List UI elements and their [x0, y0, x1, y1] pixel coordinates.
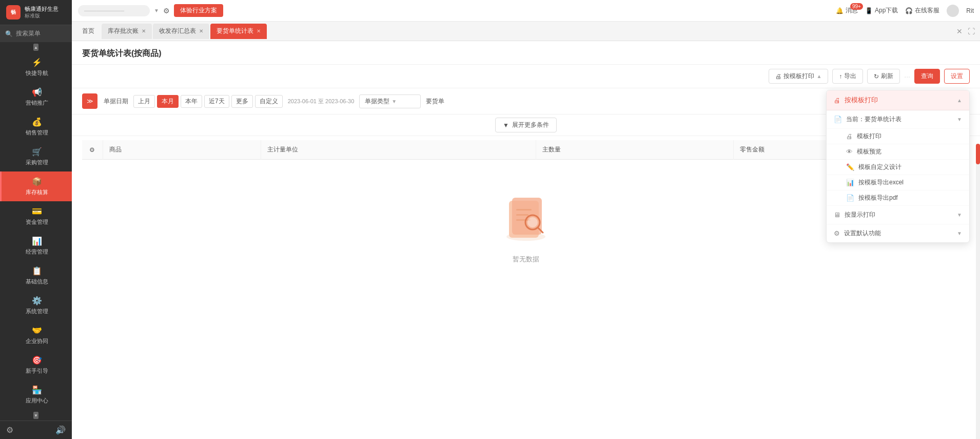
dropdown-template-custom[interactable]: ✏️ 模板自定义设计 — [827, 160, 969, 175]
basic-icon: 📋 — [32, 266, 42, 276]
close-window-icon[interactable]: ✕ — [955, 26, 964, 36]
collection-summary-close[interactable]: ✕ — [199, 28, 203, 34]
refresh-button[interactable]: ↻ 刷新 — [867, 69, 900, 84]
main-area: ────────── ▼ ⚙ 体验行业方案 🔔 消息 99+ 📱 App下载 🎧… — [72, 0, 980, 439]
date-range-display: 2023-06-01 至 2023-06-30 — [288, 98, 355, 105]
right-scrollbar[interactable] — [976, 144, 980, 439]
sidebar-item-purchase[interactable]: 🛒 采购管理 — [0, 142, 72, 171]
app-download-button[interactable]: 📱 App下载 — [865, 6, 898, 15]
display-print-item[interactable]: 🖥 按显示打印 ▼ — [827, 206, 969, 224]
inventory-batch-label: 库存批次账 — [108, 27, 139, 35]
sidebar-item-system[interactable]: ⚙️ 系统管理 — [0, 291, 72, 320]
trial-button[interactable]: 体验行业方案 — [174, 4, 223, 17]
template-custom-label: 模板自定义设计 — [858, 163, 901, 171]
collab-icon: 🤝 — [32, 326, 42, 335]
sidebar-item-guide[interactable]: 🎯 新手引导 — [0, 350, 72, 380]
sidebar-scroll-down[interactable]: ▼ — [33, 412, 38, 419]
display-print-arrow: ▼ — [957, 212, 962, 218]
type-filter-select[interactable]: 单据类型 ▼ — [359, 94, 421, 108]
filter-toggle-icon[interactable]: ≫ — [82, 93, 97, 109]
sidebar-item-label: 销售管理 — [26, 129, 48, 137]
sidebar-scroll-up[interactable]: ▲ — [33, 44, 38, 51]
sidebar-item-finance[interactable]: 💳 资金管理 — [0, 201, 72, 231]
sidebar-item-label: 快捷导航 — [26, 69, 48, 77]
sidebar-item-marketing[interactable]: 📢 营销推广 — [0, 82, 72, 112]
date-btn-more[interactable]: 更多 — [231, 95, 253, 108]
topbar-dropdown-chevron[interactable]: ▼ — [154, 8, 159, 13]
sidebar-item-label: 采购管理 — [26, 159, 48, 166]
tab-order-summary[interactable]: 要货单统计表 ✕ — [210, 24, 267, 39]
query-button[interactable]: 查询 — [914, 69, 940, 84]
refresh-label: 刷新 — [881, 72, 893, 81]
topbar-search-box: ────────── — [78, 5, 150, 16]
tab-home[interactable]: 首页 — [76, 24, 101, 39]
settings-footer-icon[interactable]: ⚙ — [6, 425, 13, 435]
tab-collection-summary[interactable]: 收发存汇总表 ✕ — [153, 24, 209, 39]
dropdown-template-print[interactable]: 🖨 模板打印 — [827, 129, 969, 144]
date-btn-last-month[interactable]: 上月 — [133, 95, 155, 108]
current-template-left: 📄 当前：要货单统计表 — [834, 115, 901, 124]
current-template-icon: 📄 — [834, 116, 842, 123]
dropdown-header-right: ▲ — [957, 98, 962, 103]
settings-label: 设置 — [951, 72, 963, 81]
user-avatar[interactable] — [947, 5, 959, 17]
col-settings[interactable]: ⚙ — [82, 140, 103, 160]
date-btn-this-month[interactable]: 本月 — [157, 95, 179, 108]
scrollbar-thumb[interactable] — [976, 144, 980, 164]
date-btn-custom[interactable]: 自定义 — [255, 95, 283, 108]
sidebar-item-quick-nav[interactable]: ⚡ 快捷导航 — [0, 52, 72, 82]
maximize-window-icon[interactable]: ⛶ — [967, 26, 976, 36]
sound-footer-icon[interactable]: 🔊 — [55, 425, 66, 435]
sidebar: 畅 畅康通好生意 标准版 🔍 搜索菜单 ▲ ⚡ 快捷导航 📢 营销推广 💰 销售… — [0, 0, 72, 439]
display-print-label: 按显示打印 — [845, 211, 875, 219]
dropdown-chevron-icon[interactable]: ▲ — [957, 98, 962, 103]
sidebar-item-label: 营销推广 — [26, 99, 48, 107]
current-template-label: 当前：要货单统计表 — [846, 115, 901, 124]
page-title: 要货单统计表(按商品) — [82, 49, 162, 58]
inventory-batch-close[interactable]: ✕ — [142, 28, 146, 34]
print-button[interactable]: 🖨 按模板打印 ▲ — [769, 69, 828, 84]
dropdown-template-pdf[interactable]: 📄 按模板导出pdf — [827, 190, 969, 206]
messages-button[interactable]: 🔔 消息 99+ — [836, 6, 858, 15]
export-button[interactable]: ↑ 导出 — [832, 69, 863, 84]
page-toolbar: 🖨 按模板打印 ▲ ↑ 导出 ↻ 刷新 ··· 查询 设置 — [72, 65, 980, 88]
inventory-icon: 📦 — [32, 177, 42, 186]
marketing-icon: 📢 — [32, 87, 42, 97]
template-print-label: 模板打印 — [857, 132, 881, 141]
sidebar-item-inventory[interactable]: 📦 库存核算 — [0, 171, 72, 201]
set-default-arrow: ▼ — [957, 231, 962, 236]
sidebar-item-collab[interactable]: 🤝 企业协同 — [0, 320, 72, 350]
set-default-icon: ⚙ — [834, 230, 840, 237]
expand-more-label: 展开更多条件 — [512, 121, 549, 129]
set-default-item[interactable]: ⚙ 设置默认功能 ▼ — [827, 224, 969, 242]
sidebar-search[interactable]: 🔍 搜索菜单 — [0, 25, 72, 42]
settings-button[interactable]: 设置 — [944, 69, 970, 84]
dropdown-template-excel[interactable]: 📊 按模板导出excel — [827, 175, 969, 190]
tab-inventory-batch[interactable]: 库存批次账 ✕ — [102, 24, 152, 39]
sidebar-item-sales[interactable]: 💰 销售管理 — [0, 112, 72, 142]
date-btn-7days[interactable]: 近7天 — [204, 95, 229, 108]
dropdown-template-preview[interactable]: 👁 模板预览 — [827, 144, 969, 160]
sidebar-item-operation[interactable]: 📊 经营管理 — [0, 231, 72, 261]
order-summary-close[interactable]: ✕ — [257, 28, 261, 34]
printer-icon: 🖨 — [775, 73, 781, 80]
service-button[interactable]: 🎧 在线客服 — [905, 6, 939, 15]
topbar-gear-icon[interactable]: ⚙ — [163, 7, 170, 15]
dropdown-header: 🖨 按模板打印 ▲ — [827, 90, 969, 110]
expand-more-button[interactable]: ▼ 展开更多条件 — [495, 118, 557, 132]
template-excel-label: 按模板导出excel — [858, 178, 904, 187]
template-preview-icon: 👁 — [846, 148, 853, 156]
template-excel-icon: 📊 — [846, 179, 854, 186]
type-select-arrow: ▼ — [391, 99, 397, 104]
sidebar-item-basic[interactable]: 📋 基础信息 — [0, 261, 72, 291]
topbar-right: 🔔 消息 99+ 📱 App下载 🎧 在线客服 Rit — [836, 5, 974, 17]
sidebar-item-apps[interactable]: 🏪 应用中心 — [0, 380, 72, 410]
toolbar-divider: ··· — [904, 72, 910, 81]
current-template-item[interactable]: 📄 当前：要货单统计表 ▼ — [827, 110, 969, 129]
display-print-icon: 🖥 — [834, 211, 840, 219]
collection-summary-label: 收发存汇总表 — [159, 27, 196, 35]
date-btn-this-year[interactable]: 本年 — [181, 95, 202, 108]
goods-filter-label: 要货单 — [426, 97, 444, 106]
col-goods: 商品 — [103, 140, 261, 160]
bell-icon: 🔔 — [836, 7, 844, 14]
